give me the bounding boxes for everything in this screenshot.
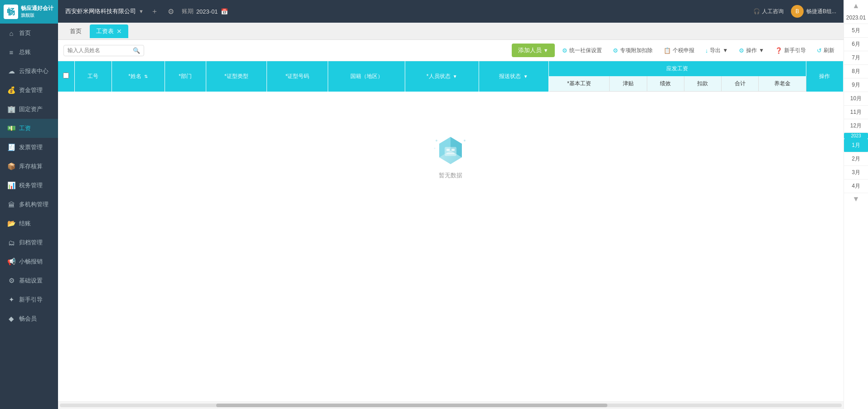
- topbar: 西安虾米网络科技有限公司 ▼ ＋ ⚙ 账期 2023-01 📅 🎧 人工咨询 B…: [58, 0, 844, 23]
- month-11[interactable]: 11月: [844, 106, 868, 119]
- social-insurance-action[interactable]: ⚙ 统一社保设置: [558, 45, 606, 56]
- app-logo: 畅 畅应通好会计 旗舰版: [0, 0, 58, 24]
- year-badge: 2023: [844, 133, 868, 139]
- select-all-checkbox[interactable]: [63, 73, 69, 78]
- guide-label: 新手引导: [784, 47, 806, 54]
- main-content: 西安虾米网络科技有限公司 ▼ ＋ ⚙ 账期 2023-01 📅 🎧 人工咨询 B…: [58, 0, 844, 409]
- sidebar-item-guide[interactable]: ✦ 新手引导: [0, 290, 58, 309]
- sidebar-item-fund[interactable]: 💰 资金管理: [0, 81, 58, 100]
- special-deduction-icon: ⚙: [613, 47, 618, 54]
- content-area: 首页 工资表 ✕ 🔍 添加人员 ▼ ⚙ 统一社保设置 ⚙: [58, 23, 844, 409]
- month-8-label: 8月: [852, 68, 860, 74]
- ledger-icon: ≡: [7, 49, 15, 56]
- add-company-button[interactable]: ＋: [149, 6, 160, 17]
- tax-report-action[interactable]: 📋 个税申报: [660, 45, 698, 56]
- scroll-track[interactable]: [60, 404, 842, 407]
- search-input[interactable]: [68, 47, 131, 54]
- sidebar-item-cloud-report[interactable]: ☁ 云报表中心: [0, 62, 58, 81]
- col-operations-label: 操作: [819, 73, 830, 79]
- company-selector[interactable]: 西安虾米网络科技有限公司 ▼: [65, 7, 144, 15]
- payroll-table: 工号 *姓名 ⇅ *部门 *证型类型 *证型号码 国籍（地区） *人员状态 ▼: [58, 61, 844, 216]
- invoice-icon: 🧾: [7, 143, 15, 151]
- service-label: 人工咨询: [762, 8, 784, 15]
- col-report-status-label: 报送状态: [499, 73, 521, 79]
- sidebar-item-ledger[interactable]: ≡ 总账: [0, 43, 58, 62]
- month-10[interactable]: 10月: [844, 92, 868, 106]
- tab-close-icon[interactable]: ✕: [116, 28, 122, 34]
- month-2[interactable]: 2月: [844, 152, 868, 166]
- month-6[interactable]: 6月: [844, 38, 868, 51]
- calendar-icon[interactable]: 📅: [221, 8, 228, 15]
- month-8[interactable]: 8月: [844, 65, 868, 78]
- scroll-down-button[interactable]: ▼: [844, 193, 868, 205]
- settings-button[interactable]: ⚙: [165, 6, 176, 17]
- sidebar-item-close[interactable]: 📂 结账: [0, 214, 58, 233]
- month-3-label: 3月: [852, 169, 860, 175]
- expense-icon: 📢: [7, 258, 15, 266]
- sub-col-deduction-label: 扣款: [697, 80, 708, 87]
- social-insurance-label: 统一社保设置: [569, 47, 602, 54]
- operations-action[interactable]: ⚙ 操作 ▼: [735, 45, 768, 56]
- sidebar-item-expense[interactable]: 📢 小畅报销: [0, 252, 58, 271]
- tabs-bar: 首页 工资表 ✕: [58, 23, 844, 40]
- tab-payroll[interactable]: 工资表 ✕: [90, 24, 128, 38]
- guide-action[interactable]: ❓ 新手引导: [771, 45, 810, 56]
- month-1-active[interactable]: 1月: [844, 139, 868, 152]
- chevron-down-icon: ▼: [139, 9, 144, 14]
- empty-state-row: 暂无数据: [58, 92, 844, 216]
- sidebar-item-label: 资金管理: [19, 86, 43, 94]
- sidebar-item-label: 小畅报销: [19, 258, 43, 266]
- col-report-status[interactable]: 报送状态 ▼: [479, 61, 548, 92]
- month-9[interactable]: 9月: [844, 78, 868, 92]
- inventory-icon: 📦: [7, 162, 15, 170]
- operations-icon: ⚙: [739, 47, 744, 54]
- export-action[interactable]: ↓ 导出 ▼: [702, 45, 732, 56]
- svg-rect-5: [451, 149, 455, 151]
- sidebar-item-member[interactable]: ◆ 畅会员: [0, 309, 58, 328]
- user-menu[interactable]: B 畅捷通B组...: [791, 5, 836, 18]
- refresh-action[interactable]: ↺ 刷新: [813, 45, 838, 56]
- month-9-label: 9月: [852, 82, 860, 88]
- sidebar-item-tax[interactable]: 📊 税务管理: [0, 176, 58, 195]
- month-4-label: 4月: [852, 183, 860, 189]
- col-name[interactable]: *姓名 ⇅: [112, 61, 165, 92]
- export-icon: ↓: [705, 47, 708, 54]
- customer-service[interactable]: 🎧 人工咨询: [753, 8, 784, 15]
- tab-home[interactable]: 首页: [63, 24, 88, 38]
- scroll-up-button[interactable]: ▲: [844, 0, 868, 12]
- month-7[interactable]: 7月: [844, 51, 868, 65]
- sidebar-item-label: 税务管理: [19, 181, 43, 190]
- sidebar-nav: ⌂ 首页 ≡ 总账 ☁ 云报表中心 💰 资金管理 🏢 固定资产 💵 工资 🧾 发…: [0, 24, 58, 409]
- sidebar-item-home[interactable]: ⌂ 首页: [0, 24, 58, 43]
- month-5[interactable]: 5月: [844, 24, 868, 38]
- year-panel: ▲ 2023.01 5月 6月 7月 8月 9月 10月 11月 12月 202…: [844, 0, 868, 409]
- month-10-label: 10月: [850, 95, 862, 102]
- username: 畅捷通B组...: [806, 8, 836, 15]
- logo-icon: 畅: [4, 5, 18, 19]
- sidebar-item-label: 结账: [19, 219, 31, 228]
- topbar-right: 🎧 人工咨询 B 畅捷通B组...: [753, 5, 836, 18]
- period-value: 2023-01: [196, 8, 218, 15]
- sidebar-item-archive[interactable]: 🗂 归档管理: [0, 233, 58, 252]
- sidebar-item-payroll[interactable]: 💵 工资: [0, 119, 58, 138]
- month-3[interactable]: 3月: [844, 166, 868, 180]
- month-12[interactable]: 12月: [844, 119, 868, 133]
- col-dept-label: *部门: [179, 73, 192, 79]
- sidebar-item-label: 基础设置: [19, 277, 43, 285]
- sidebar-item-inventory[interactable]: 📦 库存核算: [0, 157, 58, 176]
- month-4[interactable]: 4月: [844, 180, 868, 193]
- sidebar-item-settings[interactable]: ⚙ 基础设置: [0, 271, 58, 290]
- sidebar-item-invoice[interactable]: 🧾 发票管理: [0, 138, 58, 157]
- add-person-button[interactable]: 添加人员 ▼: [512, 44, 555, 57]
- col-operations: 操作: [806, 61, 843, 92]
- sub-col-allowance: 津贴: [610, 76, 647, 92]
- col-id-type: *证型类型: [206, 61, 267, 92]
- sidebar-item-fixed-assets[interactable]: 🏢 固定资产: [0, 100, 58, 119]
- col-status[interactable]: *人员状态 ▼: [405, 61, 479, 92]
- col-id-number: *证型号码: [267, 61, 328, 92]
- social-insurance-icon: ⚙: [562, 47, 567, 54]
- special-deduction-action[interactable]: ⚙ 专项附加扣除: [609, 45, 656, 56]
- col-group-salary: 应发工资: [548, 61, 806, 76]
- fund-icon: 💰: [7, 86, 15, 94]
- sidebar-item-multi-org[interactable]: 🏛 多机构管理: [0, 195, 58, 214]
